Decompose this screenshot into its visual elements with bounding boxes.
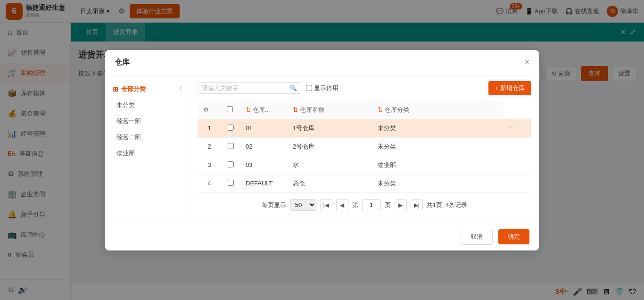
row-num-2: 2 (198, 137, 221, 156)
modal-main: 🔍 显示停用 + 新增仓库 ⚙ (190, 75, 539, 223)
row-dots-1[interactable]: ··· (509, 124, 515, 132)
row-action-2[interactable] (503, 137, 531, 156)
row-name-3: 水 (287, 156, 372, 174)
row-checkbox-2[interactable] (228, 143, 234, 149)
cancel-button[interactable]: 取消 (461, 229, 493, 245)
row-num-1: 1 (198, 119, 221, 137)
row-code-3: 03 (240, 156, 287, 174)
row-name-4: 总仓 (287, 174, 372, 192)
row-num-4: 4 (198, 174, 221, 192)
row-checkbox-1[interactable] (228, 125, 234, 131)
cat-all-header[interactable]: ⊞ 全部分类 《 (105, 81, 190, 97)
grid-icon: ⊞ (113, 85, 118, 93)
cat-item-ops2[interactable]: 经营二部 (105, 129, 190, 145)
warehouse-table: ⚙ ⇅ 仓库... ⇅ (198, 101, 531, 193)
page-number-input[interactable] (362, 199, 381, 211)
row-check-4[interactable] (221, 174, 240, 192)
modal-header: 仓库 × (105, 50, 539, 75)
modal-toolbar: 🔍 显示停用 + 新增仓库 (198, 81, 531, 95)
cat-item-uncategorized[interactable]: 未分类 (105, 97, 190, 113)
table-row[interactable]: 4 DEFAULT 总仓 未分类 (198, 174, 531, 192)
row-code-1: 01 (240, 119, 287, 137)
row-checkbox-4[interactable] (228, 180, 234, 186)
show-disabled-label[interactable]: 显示停用 (306, 84, 339, 92)
row-action-3[interactable] (503, 156, 531, 174)
row-cat-4: 未分类 (372, 174, 503, 192)
row-code-2: 02 (240, 137, 287, 156)
table-row[interactable]: 1 01 1号仓库 未分类 ··· (198, 119, 531, 137)
cat-all-label: ⊞ 全部分类 (113, 85, 146, 93)
row-name-2: 2号仓库 (287, 137, 372, 156)
col-name-header: ⇅ 仓库名称 (287, 101, 372, 119)
page-first-btn[interactable]: |◀ (320, 199, 332, 211)
cat-item-ops1[interactable]: 经营一部 (105, 113, 190, 129)
sort-icon-cat: ⇅ (378, 106, 383, 113)
per-page-label: 每页显示 (262, 201, 286, 209)
row-check-2[interactable] (221, 137, 240, 156)
row-checkbox-3[interactable] (228, 161, 234, 167)
table-scroll-area: ⚙ ⇅ 仓库... ⇅ (198, 101, 531, 193)
col-code-header: ⇅ 仓库... (240, 101, 287, 119)
row-cat-3: 物业部 (372, 156, 503, 174)
modal-action-footer: 取消 确定 (105, 223, 539, 250)
collapse-icon[interactable]: 《 (176, 85, 182, 93)
settings-col-icon: ⚙ (203, 106, 209, 113)
modal-overlay: 仓库 × ⊞ 全部分类 《 未分类 经营一部 经营二部 物业部 (0, 0, 644, 300)
sort-icon-code: ⇅ (246, 106, 251, 113)
search-icon[interactable]: 🔍 (289, 84, 297, 92)
row-cat-1: 未分类 (372, 119, 503, 137)
row-action-4[interactable] (503, 174, 531, 192)
page-next-btn[interactable]: ▶ (395, 199, 407, 211)
page-label: 第 (352, 201, 358, 209)
modal-close-button[interactable]: × (524, 58, 529, 67)
col-cat-header: ⇅ 仓库分类 (372, 101, 503, 119)
show-disabled-checkbox[interactable] (306, 85, 312, 91)
cat-item-property[interactable]: 物业部 (105, 145, 190, 161)
row-name-1: 1号仓库 (287, 119, 372, 137)
row-cat-2: 未分类 (372, 137, 503, 156)
modal-body: ⊞ 全部分类 《 未分类 经营一部 经营二部 物业部 🔍 (105, 75, 539, 223)
col-checkbox-header (221, 101, 240, 119)
table-row[interactable]: 3 03 水 物业部 (198, 156, 531, 174)
page-prev-btn[interactable]: ◀ (336, 199, 348, 211)
table-header-row: ⚙ ⇅ 仓库... ⇅ (198, 101, 531, 119)
search-input[interactable] (202, 84, 287, 92)
row-num-3: 3 (198, 156, 221, 174)
row-code-4: DEFAULT (240, 174, 287, 192)
select-all-checkbox[interactable] (227, 106, 233, 112)
page-last-btn[interactable]: ▶| (411, 199, 423, 211)
table-row[interactable]: 2 02 2号仓库 未分类 (198, 137, 531, 156)
row-check-3[interactable] (221, 156, 240, 174)
modal-title: 仓库 (115, 58, 130, 67)
total-info: 共1页, 4条记录 (427, 201, 468, 209)
modal-category-sidebar: ⊞ 全部分类 《 未分类 经营一部 经营二部 物业部 (105, 75, 190, 223)
per-page-select[interactable]: 50 20 100 (290, 199, 316, 211)
sort-icon-name: ⇅ (293, 106, 298, 113)
row-check-1[interactable] (221, 119, 240, 137)
table-head: ⚙ ⇅ 仓库... ⇅ (198, 101, 531, 119)
confirm-button[interactable]: 确定 (498, 229, 529, 244)
col-settings: ⚙ (198, 101, 221, 119)
pagination-bar: 每页显示 50 20 100 |◀ ◀ 第 页 ▶ ▶| 共1页, 4条记录 (198, 193, 531, 217)
table-body: 1 01 1号仓库 未分类 ··· 2 02 2 (198, 119, 531, 192)
search-input-wrap: 🔍 (198, 82, 301, 94)
warehouse-modal: 仓库 × ⊞ 全部分类 《 未分类 经营一部 经营二部 物业部 (105, 50, 539, 250)
page-unit: 页 (385, 201, 391, 209)
row-action-1[interactable]: ··· (503, 119, 531, 137)
add-warehouse-button[interactable]: + 新增仓库 (488, 81, 531, 95)
